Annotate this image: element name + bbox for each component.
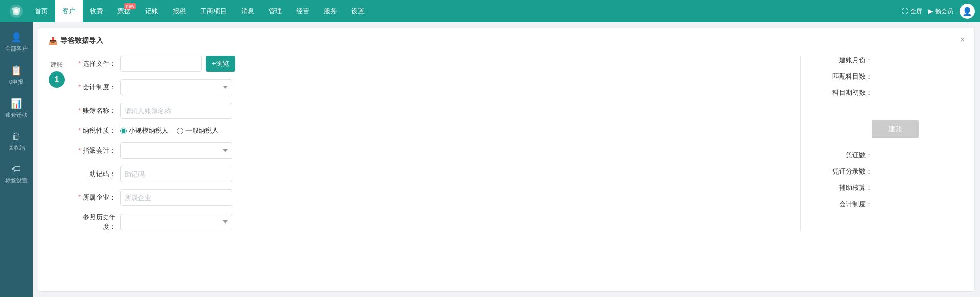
left-form: * 选择文件： +浏览 * 会计制度：: [75, 56, 790, 231]
nav-accounting[interactable]: 记账: [138, 0, 165, 22]
recycle-icon: 🗑: [12, 131, 21, 142]
ledger-name-label: * 账簿名称：: [75, 106, 116, 115]
tax-type-row: * 纳税性质： 小规模纳税人 一般纳税人: [75, 126, 790, 135]
nav-invoice[interactable]: 票据 new: [110, 0, 138, 22]
user-icon: 👤: [962, 7, 972, 16]
nav-operation[interactable]: 经营: [289, 0, 317, 22]
month-label: 建账月份：: [826, 56, 872, 65]
month-row: 建账月份：: [826, 56, 964, 65]
membership-btn[interactable]: ▶ 畅会员: [928, 7, 953, 16]
period-initial-row: 科目期初数：: [826, 88, 964, 97]
right-accounting-system-label: 会计制度：: [826, 200, 872, 209]
right-accounting-system-row: 会计制度：: [826, 200, 964, 209]
voucher-count-label: 凭证数：: [826, 151, 872, 160]
svg-point-1: [14, 9, 18, 13]
nav-settings[interactable]: 设置: [344, 0, 372, 22]
history-year-select[interactable]: [120, 214, 232, 230]
all-clients-icon: 👤: [11, 32, 22, 43]
memo-label: 助记码：: [75, 169, 116, 179]
tax-radio-group: 小规模纳税人 一般纳税人: [120, 126, 219, 135]
vertical-divider: [800, 56, 801, 231]
build-account-button[interactable]: 建账: [872, 120, 919, 138]
page-container: 📥 导爸数据导入 × 建账 1 * 选择文件：: [38, 28, 975, 292]
logo[interactable]: [5, 0, 28, 22]
title-icon: 📥: [49, 37, 57, 45]
step-circle: 1: [49, 71, 65, 88]
browse-button[interactable]: +浏览: [206, 56, 235, 72]
nav-billing[interactable]: 收费: [83, 0, 110, 22]
aux-accounting-row: 辅助核算：: [826, 183, 964, 192]
radio-general[interactable]: 一般纳税人: [177, 126, 219, 135]
accountant-row: * 指派会计：: [75, 142, 790, 159]
tax-type-label: * 纳税性质：: [75, 126, 116, 135]
sidebar-item-all-clients[interactable]: 👤 全部客户: [0, 27, 33, 58]
top-navigation: 首页 客户 收费 票据 new 记账 报税 工商项目 消息 管理 经营 服务 设…: [0, 0, 980, 22]
voucher-entries-label: 凭证分录数：: [826, 167, 872, 176]
nav-manage[interactable]: 管理: [261, 0, 289, 22]
file-label: * 选择文件：: [75, 59, 116, 68]
declaration-icon: 📋: [11, 65, 22, 76]
build-btn-row: 建账: [826, 110, 964, 138]
fullscreen-btn[interactable]: ⛶ 全屏: [902, 7, 922, 16]
memo-row: 助记码：: [75, 166, 790, 182]
sidebar-item-declaration[interactable]: 📋 0申报: [0, 60, 33, 91]
accounting-system-label: * 会计制度：: [75, 83, 116, 92]
company-row: * 所属企业：: [75, 189, 790, 206]
nav-service[interactable]: 服务: [317, 0, 344, 22]
main-layout: 👤 全部客户 📋 0申报 📊 账套迁移 🗑 回收站 🏷 标签设置 📥 导爸数据导…: [0, 22, 980, 297]
nav-items: 首页 客户 收费 票据 new 记账 报税 工商项目 消息 管理 经营 服务 设…: [28, 0, 902, 22]
sidebar-item-tag[interactable]: 🏷 标签设置: [0, 159, 33, 189]
nav-home[interactable]: 首页: [28, 0, 55, 22]
avatar[interactable]: 👤: [960, 4, 975, 19]
page-title: 📥 导爸数据导入: [49, 36, 964, 45]
accountant-label: * 指派会计：: [75, 146, 116, 155]
file-row: * 选择文件： +浏览: [75, 56, 790, 72]
accounting-system-row: * 会计制度：: [75, 79, 790, 95]
period-initial-label: 科目期初数：: [826, 88, 872, 97]
voucher-count-row: 凭证数：: [826, 151, 964, 160]
sidebar-item-recycle[interactable]: 🗑 回收站: [0, 126, 33, 157]
new-badge: new: [124, 3, 136, 9]
transfer-icon: 📊: [11, 98, 22, 109]
nav-message[interactable]: 消息: [234, 0, 261, 22]
ledger-name-row: * 账簿名称：: [75, 103, 790, 119]
nav-industry[interactable]: 工商项目: [193, 0, 234, 22]
accounting-system-select[interactable]: [120, 79, 232, 95]
play-icon: ▶: [928, 8, 933, 15]
aux-accounting-label: 辅助核算：: [826, 183, 872, 192]
memo-input[interactable]: [120, 166, 232, 182]
nav-right: ⛶ 全屏 ▶ 畅会员 👤: [902, 4, 975, 19]
close-button[interactable]: ×: [960, 35, 965, 44]
sidebar: 👤 全部客户 📋 0申报 📊 账套迁移 🗑 回收站 🏷 标签设置: [0, 22, 33, 297]
radio-small[interactable]: 小规模纳税人: [120, 126, 169, 135]
accountant-select[interactable]: [120, 142, 232, 159]
form-wrapper: 建账 1 * 选择文件： +浏览: [49, 56, 964, 231]
company-label: * 所属企业：: [75, 193, 116, 202]
right-panel: 建账月份： 匹配科目数： 科目期初数： 建账: [811, 56, 964, 231]
history-year-label: 参照历史年度：: [75, 213, 116, 231]
ledger-name-input[interactable]: [120, 103, 232, 119]
history-year-row: 参照历史年度：: [75, 213, 790, 231]
tag-icon: 🏷: [12, 164, 21, 175]
main-content: 📥 导爸数据导入 × 建账 1 * 选择文件：: [33, 22, 980, 297]
step-indicator: 建账 1: [49, 56, 75, 231]
voucher-entries-row: 凭证分录数：: [826, 167, 964, 176]
company-input[interactable]: [120, 189, 232, 206]
step-label: 建账: [51, 61, 63, 69]
nav-tax[interactable]: 报税: [165, 0, 193, 22]
match-row: 匹配科目数：: [826, 72, 964, 81]
match-label: 匹配科目数：: [826, 72, 872, 81]
sidebar-item-transfer[interactable]: 📊 账套迁移: [0, 93, 33, 124]
fullscreen-icon: ⛶: [902, 8, 908, 15]
file-input[interactable]: [120, 56, 202, 72]
nav-client[interactable]: 客户: [55, 0, 83, 22]
